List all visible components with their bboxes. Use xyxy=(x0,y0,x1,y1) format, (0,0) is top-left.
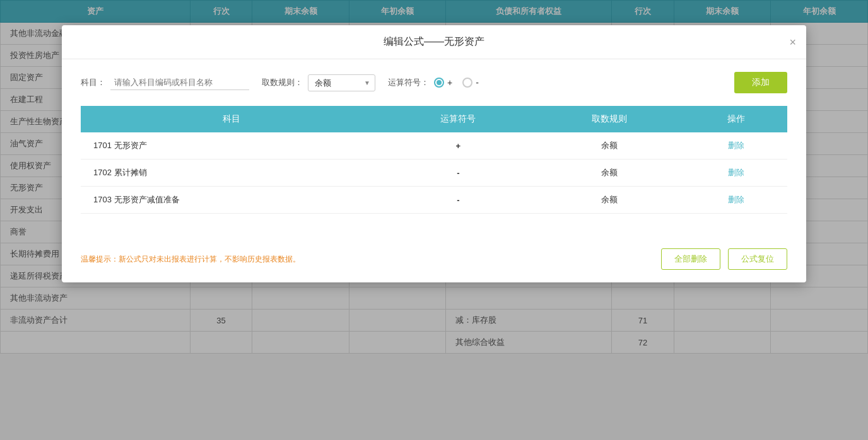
delete-row-button[interactable]: 删除 xyxy=(728,167,744,178)
formula-subject-cell: 1702 累计摊销 xyxy=(81,159,382,187)
formula-rule-cell: 余额 xyxy=(534,159,685,187)
delete-row-button[interactable]: 删除 xyxy=(728,194,744,206)
modal-dialog: 编辑公式——无形资产 × 科目： 取数规则： 余额 借方 xyxy=(62,25,806,282)
rule-field: 取数规则： 余额 借方 贷方 借方发生额 贷方发生额 ▼ xyxy=(262,74,375,91)
modal-title: 编辑公式——无形资产 xyxy=(384,36,484,47)
subject-field: 科目： xyxy=(81,75,249,90)
formula-table-row: 1703 无形资产减值准备-余额删除 xyxy=(81,187,787,214)
table-col-subject: 科目 xyxy=(81,106,382,132)
table-col-action: 操作 xyxy=(685,106,787,132)
formula-rule-cell: 余额 xyxy=(534,132,685,159)
formula-operator-cell: - xyxy=(382,187,534,214)
rule-select-wrapper: 余额 借方 贷方 借方发生额 贷方发生额 ▼ xyxy=(308,74,375,91)
operator-minus-radio[interactable]: - xyxy=(462,78,479,88)
formula-subject-cell: 1703 无形资产减值准备 xyxy=(81,187,382,214)
modal-close-button[interactable]: × xyxy=(789,37,796,48)
radio-plus-indicator xyxy=(434,78,444,88)
footer-buttons: 全部删除 公式复位 xyxy=(661,248,787,270)
formula-table-row: 1701 无形资产+余额删除 xyxy=(81,132,787,159)
formula-operator-cell: - xyxy=(382,159,534,187)
table-col-rule: 取数规则 xyxy=(534,106,685,132)
formula-subject-cell: 1701 无形资产 xyxy=(81,132,382,159)
modal-footer: 温馨提示：新公式只对未出报表进行计算，不影响历史报表数据。 全部删除 公式复位 xyxy=(62,239,806,282)
operator-plus-radio[interactable]: + xyxy=(434,78,452,88)
formula-action-cell: 删除 xyxy=(685,187,787,214)
radio-minus-indicator xyxy=(462,78,472,88)
modal-body: 科目： 取数规则： 余额 借方 贷方 借方发生额 贷方发生额 ▼ xyxy=(62,59,806,239)
operator-radio-group: + - xyxy=(434,78,479,88)
footer-tip: 温馨提示：新公式只对未出报表进行计算，不影响历史报表数据。 xyxy=(81,254,300,265)
delete-all-button[interactable]: 全部删除 xyxy=(661,248,720,270)
operator-field: 运算符号： + - xyxy=(388,77,479,88)
formula-action-cell: 删除 xyxy=(685,132,787,159)
formula-table-row: 1702 累计摊销-余额删除 xyxy=(81,159,787,187)
formula-operator-cell: + xyxy=(382,132,534,159)
modal-overlay: 编辑公式——无形资产 × 科目： 取数规则： 余额 借方 xyxy=(0,0,868,440)
add-button[interactable]: 添加 xyxy=(734,72,787,93)
rule-label: 取数规则： xyxy=(262,77,303,88)
table-col-operator: 运算符号 xyxy=(382,106,534,132)
subject-label: 科目： xyxy=(81,77,105,88)
formula-rule-cell: 余额 xyxy=(534,187,685,214)
operator-label: 运算符号： xyxy=(388,77,429,88)
formula-action-cell: 删除 xyxy=(685,159,787,187)
delete-row-button[interactable]: 删除 xyxy=(728,140,744,151)
subject-input[interactable] xyxy=(110,75,249,90)
rule-select[interactable]: 余额 借方 贷方 借方发生额 贷方发生额 xyxy=(308,74,375,91)
modal-header: 编辑公式——无形资产 × xyxy=(62,25,806,59)
reset-formula-button[interactable]: 公式复位 xyxy=(728,248,787,270)
form-row: 科目： 取数规则： 余额 借方 贷方 借方发生额 贷方发生额 ▼ xyxy=(81,72,787,93)
operator-plus-label: + xyxy=(447,78,452,88)
operator-minus-label: - xyxy=(476,78,479,88)
formula-table: 科目 运算符号 取数规则 操作 1701 无形资产+余额删除1702 累计摊销-… xyxy=(81,106,787,214)
